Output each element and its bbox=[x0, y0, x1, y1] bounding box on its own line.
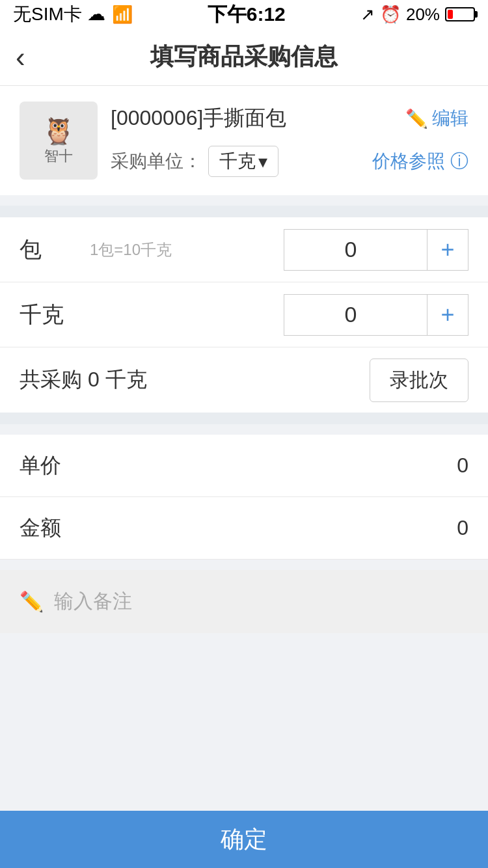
product-section: 🦉 智十 [0000006]手撕面包 ✏️ 编辑 采购单位： 千克 ▾ 价格参照… bbox=[0, 86, 488, 195]
dropdown-icon: ▾ bbox=[258, 151, 267, 172]
nav-bar: ‹ 填写商品采购信息 bbox=[0, 29, 488, 86]
page-title: 填写商品采购信息 bbox=[150, 41, 338, 73]
kg-plus-button[interactable]: + bbox=[427, 294, 468, 336]
status-right: ↗ ⏰ 20% bbox=[360, 5, 475, 25]
bag-sub-label: 1包=10千克 bbox=[90, 239, 284, 260]
amount-label: 金额 bbox=[20, 514, 61, 543]
unit-row: 采购单位： 千克 ▾ bbox=[111, 146, 278, 177]
product-logo-text: 智十 bbox=[44, 146, 73, 166]
total-row: 共采购 0 千克 录批次 bbox=[0, 347, 488, 413]
status-time: 下午6:12 bbox=[208, 1, 286, 28]
location-icon: ↗ bbox=[360, 5, 375, 25]
back-button[interactable]: ‹ bbox=[16, 43, 25, 72]
total-label: 共采购 0 千克 bbox=[20, 366, 147, 394]
battery-fill bbox=[448, 10, 453, 19]
product-name: [0000006]手撕面包 bbox=[111, 104, 286, 133]
unit-price-label: 单价 bbox=[20, 452, 61, 480]
unit-label: 采购单位： bbox=[111, 149, 202, 174]
section-divider-1 bbox=[0, 206, 488, 217]
product-info: [0000006]手撕面包 ✏️ 编辑 采购单位： 千克 ▾ 价格参照 ⓘ bbox=[111, 104, 468, 177]
unit-price-row: 单价 0 bbox=[0, 435, 488, 497]
bag-plus-button[interactable]: + bbox=[427, 229, 468, 271]
bag-label: 包 bbox=[20, 235, 85, 265]
amount-value: 0 bbox=[457, 516, 468, 540]
help-icon: ⓘ bbox=[450, 149, 468, 174]
kg-input[interactable] bbox=[284, 294, 427, 336]
price-info-section: 单价 0 金额 0 bbox=[0, 435, 488, 560]
status-bar: 无SIM卡 ☁ 📶 下午6:12 ↗ ⏰ 20% bbox=[0, 0, 488, 29]
product-top-row: [0000006]手撕面包 ✏️ 编辑 bbox=[111, 104, 468, 133]
price-ref-label: 价格参照 bbox=[372, 149, 445, 174]
bag-input-wrapper: + bbox=[284, 229, 468, 271]
unit-select[interactable]: 千克 ▾ bbox=[208, 146, 278, 177]
edit-label: 编辑 bbox=[432, 106, 468, 131]
battery-percent: 20% bbox=[406, 5, 440, 25]
batch-button[interactable]: 录批次 bbox=[370, 359, 468, 402]
unit-price-value: 0 bbox=[457, 454, 468, 478]
kg-label: 千克 bbox=[20, 300, 85, 330]
input-section: 包 1包=10千克 + 千克 + bbox=[0, 217, 488, 347]
pencil-icon: ✏️ bbox=[20, 590, 44, 613]
amount-row: 金额 0 bbox=[0, 497, 488, 560]
edit-button[interactable]: ✏️ 编辑 bbox=[405, 106, 468, 131]
bag-input[interactable] bbox=[284, 229, 427, 271]
price-ref-button[interactable]: 价格参照 ⓘ bbox=[372, 149, 468, 174]
edit-icon: ✏️ bbox=[405, 108, 428, 129]
remark-placeholder: 输入备注 bbox=[54, 588, 132, 615]
confirm-label: 确定 bbox=[221, 824, 267, 856]
confirm-button[interactable]: 确定 bbox=[0, 811, 488, 868]
kg-input-row: 千克 + bbox=[0, 282, 488, 347]
status-left: 无SIM卡 ☁ 📶 bbox=[13, 2, 133, 27]
product-image: 🦉 智十 bbox=[20, 102, 98, 180]
no-sim-label: 无SIM卡 ☁ bbox=[13, 2, 105, 27]
section-divider-2 bbox=[0, 413, 488, 424]
unit-value: 千克 bbox=[219, 149, 256, 174]
bag-input-row: 包 1包=10千克 + bbox=[0, 217, 488, 282]
alarm-icon: ⏰ bbox=[380, 5, 401, 25]
kg-input-wrapper: + bbox=[284, 294, 468, 336]
content-area bbox=[0, 633, 488, 835]
wifi-icon: 📶 bbox=[112, 5, 133, 25]
product-logo-icon: 🦉 bbox=[42, 116, 75, 146]
product-bottom-row: 采购单位： 千克 ▾ 价格参照 ⓘ bbox=[111, 146, 468, 177]
battery-icon bbox=[445, 7, 475, 21]
remark-section[interactable]: ✏️ 输入备注 bbox=[0, 570, 488, 633]
